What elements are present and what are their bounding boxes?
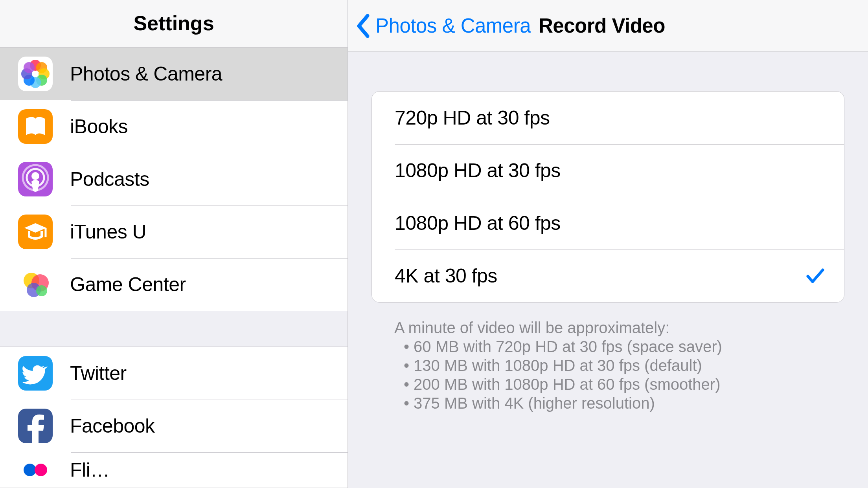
sidebar-item-label: Photos & Camera [70,62,222,85]
podcasts-icon [18,162,53,196]
option-label: 720p HD at 30 fps [395,106,550,129]
sidebar: Settings Photos & Camera iBooks Podcasts… [0,0,348,488]
footer-line: • 130 MB with 1080p HD at 30 fps (defaul… [394,356,821,375]
twitter-icon [18,356,53,391]
option-label: 1080p HD at 60 fps [395,212,561,235]
settings-app: Settings Photos & Camera iBooks Podcasts… [0,0,868,488]
sidebar-gap [0,311,348,347]
sidebar-group-apps: Photos & Camera iBooks Podcasts iTunes U… [0,47,348,311]
sidebar-item-label: Game Center [70,273,186,296]
footer-line: • 200 MB with 1080p HD at 60 fps (smooth… [394,375,821,394]
sidebar-item-label: iTunes U [70,220,146,243]
game-center-icon [18,267,53,302]
footer-intro: A minute of video will be approximately: [394,318,821,337]
back-label: Photos & Camera [375,14,531,37]
ibooks-icon [18,109,53,144]
footer-line: • 60 MB with 720p HD at 30 fps (space sa… [394,337,821,356]
sidebar-header: Settings [0,0,348,47]
sidebar-item-game-center[interactable]: Game Center [0,258,348,311]
video-options-list: 720p HD at 30 fps 1080p HD at 30 fps 108… [371,91,844,303]
sidebar-item-label: Twitter [70,362,127,385]
option-720p-30[interactable]: 720p HD at 30 fps [372,92,844,144]
itunes-u-icon [18,215,53,249]
option-4k-30[interactable]: 4K at 30 fps [372,250,844,302]
back-button[interactable]: Photos & Camera [356,14,531,38]
sidebar-item-label: iBooks [70,115,128,138]
sidebar-title: Settings [133,11,214,35]
checkmark-icon [806,267,824,285]
option-label: 1080p HD at 30 fps [395,159,561,182]
detail-header: Photos & Camera Record Video [348,0,868,52]
facebook-icon [18,409,53,443]
sidebar-item-twitter[interactable]: Twitter [0,347,348,400]
option-1080p-60[interactable]: 1080p HD at 60 fps [372,197,844,250]
footer-text: A minute of video will be approximately:… [371,303,844,413]
detail-title: Record Video [539,14,665,37]
sidebar-item-photos-camera[interactable]: Photos & Camera [0,48,348,100]
sidebar-item-itunes-u[interactable]: iTunes U [0,205,348,258]
sidebar-item-label: Facebook [70,415,155,437]
flickr-icon [18,453,53,487]
footer-line: • 375 MB with 4K (higher resolution) [394,394,821,413]
detail-pane: Photos & Camera Record Video 720p HD at … [348,0,868,488]
option-1080p-30[interactable]: 1080p HD at 30 fps [372,144,844,197]
sidebar-item-podcasts[interactable]: Podcasts [0,153,348,205]
sidebar-item-label: Podcasts [70,168,149,191]
sidebar-group-social: Twitter Facebook Fli… [0,347,348,488]
photos-icon [18,57,53,91]
sidebar-item-ibooks[interactable]: iBooks [0,100,348,153]
option-label: 4K at 30 fps [395,264,497,287]
sidebar-item-facebook[interactable]: Facebook [0,400,348,452]
detail-body: 720p HD at 30 fps 1080p HD at 30 fps 108… [348,52,868,413]
chevron-left-icon [356,14,371,38]
sidebar-item-label: Fli… [70,459,110,481]
sidebar-item-flickr[interactable]: Fli… [0,452,348,488]
